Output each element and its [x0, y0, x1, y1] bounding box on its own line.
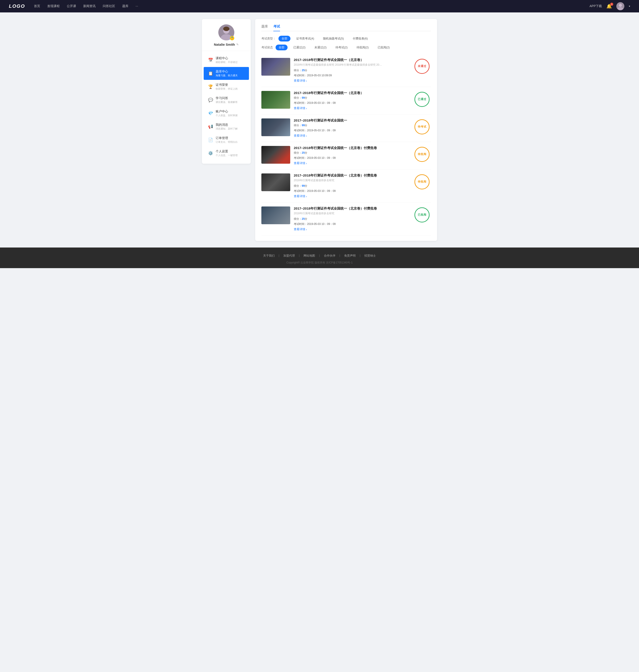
exam-item-5: 2017–2018年行测证件考试全国统一（北京卷）付费批卷 2018年行测考试是…	[261, 203, 431, 236]
footer-link-2[interactable]: 网站地图	[299, 254, 319, 258]
footer: 关于我们|加盟代理|网站地图|合作伙伴|免责声明|招贤纳士 Copyright®…	[0, 247, 639, 268]
exam-thumb-3	[261, 146, 290, 164]
notification-badge: 1	[610, 3, 613, 6]
menu-title-messages: 我的消息	[216, 123, 238, 127]
tab-question-bank[interactable]: 题库	[261, 25, 268, 31]
menu-title-bank: 题库中心	[216, 70, 238, 74]
exam-list: 2017–2018年行测证件考试全国统一（北京卷） 2018年行测考试是最值得多…	[261, 54, 431, 236]
status-tag-passed[interactable]: 已通过(2)	[290, 45, 309, 50]
exam-thumb-1	[261, 91, 290, 109]
message-icon: 📢	[208, 124, 213, 129]
nav-avatar[interactable]	[617, 2, 624, 10]
menu-sub-bank: 海量习题、助力通关	[216, 74, 238, 77]
sidebar-item-orders[interactable]: 📄 订单管理 订单支出、明明白白	[204, 133, 249, 146]
nav-links: 首页 发现课程 公开课 新闻资讯 问答社区 题库 ···	[34, 4, 590, 8]
footer-link-4[interactable]: 免责声明	[340, 254, 360, 258]
exam-title-4: 2017–2018年行测证件考试全国统一（北京卷）付费批卷	[294, 173, 409, 178]
stamp-area-3: 待批阅	[413, 146, 431, 162]
svg-point-1	[619, 4, 622, 7]
type-tag-random[interactable]: 随机抽题考试(5)	[320, 36, 347, 42]
score-3: 得分：25分	[294, 151, 307, 155]
sidebar-item-account[interactable]: 💎 账户中心 个人权益、实时掌握	[204, 107, 249, 120]
exam-link-1[interactable]: 查看详情 ›	[294, 106, 409, 110]
exam-link-0[interactable]: 查看详情 ›	[294, 79, 409, 83]
menu-sub-settings: 个人信息、一键管理	[216, 154, 238, 157]
chevron-right-icon-5: ›	[306, 228, 307, 231]
chevron-right-icon-1: ›	[306, 107, 307, 110]
exam-meta-3: 得分：25分	[294, 151, 409, 155]
footer-link-0[interactable]: 关于我们	[259, 254, 279, 258]
nav-chevron-icon[interactable]: ▾	[629, 5, 630, 8]
type-tag-paid[interactable]: 付费批卷(6)	[350, 36, 371, 42]
footer-copyright: Copyright® 云朵商学院 版权所有 京ICP备17051340号-1	[0, 261, 639, 265]
content-tab-bar: 题库 考试	[261, 25, 431, 31]
tab-exam[interactable]: 考试	[274, 25, 280, 31]
logo[interactable]: LOGO	[9, 3, 25, 9]
exam-link-4[interactable]: 查看详情 ›	[294, 194, 409, 198]
nav-courses[interactable]: 发现课程	[47, 4, 60, 8]
exam-meta-2: 得分：99分	[294, 124, 409, 127]
nav-bank[interactable]: 题库	[122, 4, 128, 8]
nav-more[interactable]: ···	[136, 4, 138, 8]
nav-news[interactable]: 新闻资讯	[83, 4, 96, 8]
sidebar-item-settings[interactable]: ⚙️ 个人设置 个人信息、一键管理	[204, 147, 249, 160]
stamp-area-0: 未通过	[413, 58, 431, 74]
exam-time-0: 考试时间：2019-05-03 10:09:09	[294, 74, 409, 77]
nav-open[interactable]: 公开课	[67, 4, 76, 8]
exam-item-1: 2017–2018年行测证件考试全国统一（北京卷） 得分：99分 考试时间：20…	[261, 87, 431, 114]
type-tag-cert[interactable]: 证书类考试(4)	[293, 36, 317, 42]
footer-link-1[interactable]: 加盟代理	[279, 254, 299, 258]
score-4: 得分：99分	[294, 184, 307, 188]
exam-time-1: 考试时间：2019-05-03 10：09：09	[294, 101, 409, 105]
menu-title-certs: 证书荣誉	[216, 83, 238, 87]
sidebar-item-messages[interactable]: 📢 我的消息 消息通知、及时了解	[204, 120, 249, 133]
menu-sub-certs: 收获荣誉、持证上岗	[216, 87, 238, 91]
exam-info-4: 2017–2018年行测证件考试全国统一（北京卷）付费批卷 2018年行测考试是…	[294, 173, 409, 198]
status-stamp-2: 待考试	[415, 119, 430, 134]
nav-qa[interactable]: 问答社区	[103, 4, 115, 8]
sidebar-item-bank[interactable]: 📋 题库中心 海量习题、助力通关	[204, 67, 249, 80]
exam-link-2[interactable]: 查看详情 ›	[294, 134, 409, 138]
status-tag-failed[interactable]: 未通过(2)	[311, 45, 330, 50]
sidebar-item-qa[interactable]: 💬 学习问答 课后重温、疑难解答	[204, 94, 249, 107]
menu-sub-orders: 订单支出、明明白白	[216, 140, 238, 144]
status-tag-all[interactable]: 全部	[276, 45, 287, 50]
exam-time-5: 考试时间：2019-05-03 10：09：09	[294, 222, 409, 226]
app-download-link[interactable]: APP下载	[590, 4, 602, 8]
menu-title-settings: 个人设置	[216, 149, 238, 154]
stamp-area-1: 已通过	[413, 91, 431, 107]
chevron-right-icon-3: ›	[306, 162, 307, 165]
nav-home[interactable]: 首页	[34, 4, 40, 8]
score-2: 得分：99分	[294, 124, 307, 127]
exam-link-5[interactable]: 查看详情 ›	[294, 227, 409, 231]
menu-sub-qa: 课后重温、疑难解答	[216, 100, 238, 104]
chevron-right-icon-2: ›	[306, 134, 307, 138]
exam-title-3: 2017–2018年行测证件考试全国统一（北京卷）付费批卷	[294, 146, 409, 150]
menu-title-qa: 学习问答	[216, 96, 238, 100]
footer-link-5[interactable]: 招贤纳士	[360, 254, 380, 258]
type-tag-all[interactable]: 全部	[278, 36, 291, 42]
status-filter-row: 考试状态 全部 已通过(2) 未通过(2) 待考试(2) 待批阅(2) 已批阅(…	[261, 45, 431, 50]
stamp-area-5: 已批阅	[413, 207, 431, 222]
svg-point-6	[223, 27, 230, 31]
exam-desc-5: 2018年行测考试是最值得多去研究	[294, 212, 383, 215]
status-tag-pending-review[interactable]: 待批阅(2)	[354, 45, 372, 50]
status-filter-label: 考试状态	[261, 46, 273, 49]
exam-info-1: 2017–2018年行测证件考试全国统一（北京卷） 得分：99分 考试时间：20…	[294, 91, 409, 110]
exam-thumb-5	[261, 207, 290, 224]
menu-title-courses: 课程中心	[216, 56, 238, 60]
status-tag-pending[interactable]: 待考试(2)	[332, 45, 351, 50]
nav-right: APP下载 🔔 1 ▾	[590, 2, 630, 10]
exam-item-0: 2017–2018年行测证件考试全国统一（北京卷） 2018年行测考试是最值得多…	[261, 54, 431, 87]
sidebar-username: Natalie Smith	[214, 43, 235, 46]
edit-profile-icon[interactable]: ✎	[236, 43, 239, 46]
exam-link-3[interactable]: 查看详情 ›	[294, 161, 409, 165]
calendar-icon: 📅	[208, 58, 213, 63]
notification-bell[interactable]: 🔔 1	[606, 3, 612, 9]
status-tag-reviewed[interactable]: 已批阅(2)	[375, 45, 393, 50]
footer-link-3[interactable]: 合作伙伴	[320, 254, 340, 258]
sidebar-profile: 🏅 Natalie Smith ✎	[202, 25, 251, 51]
sidebar-item-certs[interactable]: 🏆 证书荣誉 收获荣誉、持证上岗	[204, 80, 249, 93]
status-stamp-4: 待批阅	[415, 174, 430, 189]
sidebar-item-courses[interactable]: 📅 课程中心 精彩课程、不容错过	[204, 54, 249, 66]
